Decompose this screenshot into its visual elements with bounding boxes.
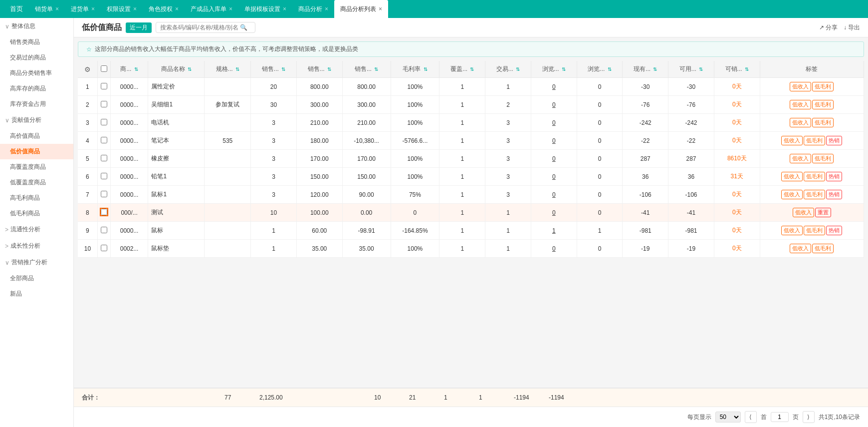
row-browse1[interactable]: 0: [531, 240, 577, 258]
select-all-checkbox[interactable]: [101, 65, 107, 72]
sort-icon[interactable]: ⇅: [134, 66, 138, 72]
row-browse1[interactable]: 0: [531, 132, 577, 150]
sort-icon[interactable]: ⇅: [327, 66, 331, 72]
sort-icon[interactable]: ⇅: [745, 66, 749, 72]
sidebar-item-high-value[interactable]: 高价值商品: [0, 128, 73, 144]
row-browse1[interactable]: 0: [531, 150, 577, 168]
browse-link[interactable]: 0: [552, 173, 556, 180]
row-browse1[interactable]: 1: [531, 222, 577, 240]
sidebar-group-contribution[interactable]: ∨ 贡献值分析: [0, 112, 73, 128]
row-checkbox[interactable]: [101, 101, 107, 107]
sidebar-item-category-sales[interactable]: 商品分类销售率: [0, 65, 73, 81]
sort-icon[interactable]: ⇅: [188, 66, 192, 72]
sidebar-item-high-coverage[interactable]: 高覆盖度商品: [0, 159, 73, 175]
nav-template-settings[interactable]: 单据模板设置×: [238, 0, 292, 18]
col-coverage[interactable]: 覆盖... ⇅: [439, 61, 485, 78]
col-stock3[interactable]: 可销... ⇅: [714, 61, 760, 78]
row-checkbox-cell[interactable]: [97, 240, 110, 258]
sort-icon[interactable]: ⇅: [653, 66, 657, 72]
nav-product-analysis[interactable]: 商品分析×: [292, 0, 334, 18]
row-browse1[interactable]: 0: [531, 78, 577, 96]
col-code[interactable]: 商... ⇅: [110, 61, 148, 78]
browse-link[interactable]: 0: [552, 209, 556, 216]
col-gear[interactable]: ⚙: [78, 61, 97, 78]
sort-icon[interactable]: ⇅: [470, 66, 474, 72]
row-checkbox-cell[interactable]: [97, 222, 110, 240]
col-gross[interactable]: 毛利率 ⇅: [391, 61, 439, 78]
browse-link[interactable]: 1: [552, 227, 556, 234]
sidebar-item-new-products[interactable]: 新品: [0, 286, 73, 302]
row-checkbox-cell[interactable]: [97, 132, 110, 150]
row-browse1[interactable]: 0: [531, 168, 577, 186]
sort-icon[interactable]: ⇅: [374, 66, 378, 72]
col-sales3[interactable]: 销售... ⇅: [342, 61, 391, 78]
col-sales2[interactable]: 销售... ⇅: [296, 61, 342, 78]
browse-link[interactable]: 0: [552, 245, 556, 252]
last-page-button[interactable]: ⟩: [803, 411, 815, 423]
row-browse1[interactable]: 0: [531, 186, 577, 204]
row-checkbox-cell[interactable]: [97, 168, 110, 186]
search-input[interactable]: [160, 24, 240, 31]
page-number-input[interactable]: [771, 412, 789, 422]
col-browse2[interactable]: 浏览... ⇅: [577, 61, 623, 78]
gear-icon[interactable]: ⚙: [84, 65, 91, 73]
row-checkbox[interactable]: [101, 83, 107, 89]
nav-close-icon[interactable]: ×: [175, 5, 179, 12]
sort-icon[interactable]: ⇅: [235, 66, 239, 72]
export-button[interactable]: ↓ 导出: [844, 23, 860, 32]
per-page-select[interactable]: 50 20 100: [715, 412, 741, 423]
sidebar-item-low-value[interactable]: 低价值商品: [0, 144, 73, 159]
row-checkbox[interactable]: [101, 227, 107, 233]
row-browse1[interactable]: 0: [531, 114, 577, 132]
row-checkbox[interactable]: [101, 155, 107, 161]
browse-link[interactable]: 0: [552, 191, 556, 198]
sidebar-group-marketing[interactable]: ∨ 营销推广分析: [0, 254, 73, 271]
nav-close-icon[interactable]: ×: [91, 5, 95, 12]
row-browse1[interactable]: 0: [531, 204, 577, 222]
row-checkbox[interactable]: [101, 173, 107, 179]
row-checkbox-cell[interactable]: [97, 186, 110, 204]
nav-home[interactable]: 首页: [4, 0, 29, 18]
sort-icon[interactable]: ⇅: [608, 66, 612, 72]
browse-link[interactable]: 0: [552, 155, 556, 162]
browse-link[interactable]: 0: [552, 83, 556, 90]
col-spec[interactable]: 规格... ⇅: [205, 61, 251, 78]
col-name[interactable]: 商品名称 ⇅: [148, 61, 205, 78]
row-checkbox[interactable]: [101, 191, 107, 197]
row-checkbox[interactable]: [101, 137, 107, 143]
nav-close-icon[interactable]: ×: [325, 5, 328, 12]
row-checkbox[interactable]: [101, 119, 107, 125]
sidebar-group-overall[interactable]: ∨ 整体信息: [0, 18, 73, 34]
col-stock1[interactable]: 现有... ⇅: [623, 61, 668, 78]
nav-permission[interactable]: 权限设置×: [101, 0, 143, 18]
nav-close-icon[interactable]: ×: [283, 5, 286, 12]
row-checkbox-cell[interactable]: [97, 114, 110, 132]
sidebar-item-high-profit[interactable]: 高毛利商品: [0, 190, 73, 206]
col-stock2[interactable]: 可用... ⇅: [668, 61, 714, 78]
sidebar-group-circulation[interactable]: > 流通性分析: [0, 221, 73, 238]
sidebar-item-all-products[interactable]: 全部商品: [0, 271, 73, 286]
sort-icon[interactable]: ⇅: [516, 66, 520, 72]
sort-icon[interactable]: ⇅: [699, 66, 703, 72]
sidebar-item-traded-products[interactable]: 交易过的商品: [0, 50, 73, 65]
col-sales1[interactable]: 销售... ⇅: [251, 61, 297, 78]
nav-close-icon[interactable]: ×: [55, 5, 59, 12]
sidebar-group-growth[interactable]: > 成长性分析: [0, 238, 73, 254]
col-checkbox[interactable]: [97, 61, 110, 78]
sidebar-item-high-stock[interactable]: 高库存的商品: [0, 81, 73, 96]
search-box[interactable]: 🔍: [156, 22, 255, 33]
browse-link[interactable]: 0: [552, 101, 556, 108]
sort-icon[interactable]: ⇅: [424, 66, 428, 72]
sort-icon[interactable]: ⇅: [281, 66, 285, 72]
nav-close-icon[interactable]: ×: [133, 5, 137, 12]
nav-purchase[interactable]: 进货单×: [65, 0, 101, 18]
first-page-button[interactable]: ⟨: [745, 411, 757, 423]
search-icon[interactable]: 🔍: [240, 24, 247, 31]
nav-close-icon[interactable]: ×: [379, 5, 382, 12]
col-browse1[interactable]: 浏览... ⇅: [531, 61, 577, 78]
nav-sales-order[interactable]: 销货单×: [29, 0, 65, 18]
sidebar-item-low-coverage[interactable]: 低覆盖度商品: [0, 175, 73, 190]
col-trade[interactable]: 交易... ⇅: [485, 61, 531, 78]
nav-product-analysis-list[interactable]: 商品分析列表×: [334, 0, 388, 18]
nav-close-icon[interactable]: ×: [229, 5, 232, 12]
